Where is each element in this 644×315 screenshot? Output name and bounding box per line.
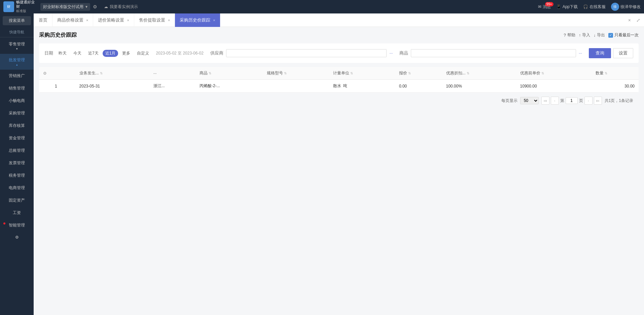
tab-close-icon[interactable]: × xyxy=(127,18,129,22)
date-opt-today[interactable]: 今天 xyxy=(71,50,84,57)
sidebar-item-label: 库存核算 xyxy=(9,123,25,129)
last-page-btn[interactable]: ⏭ xyxy=(594,97,602,105)
sidebar-item-settings[interactable]: ⚙ xyxy=(0,232,34,243)
logo-icon: 财 xyxy=(3,1,14,12)
sidebar-item-purchase[interactable]: 采购管理 xyxy=(0,107,34,119)
page-number-input[interactable] xyxy=(566,97,578,104)
version-label: 好业财标准版交付试用 xyxy=(43,4,83,10)
sidebar-item-label: 总账管理 xyxy=(9,148,25,153)
sidebar-item-invoice[interactable]: 发票管理 xyxy=(0,157,34,169)
goods-input[interactable] xyxy=(411,49,576,57)
sidebar-item-label: 发票管理 xyxy=(9,160,25,166)
user-profile-btn[interactable]: 徐 徐泽华修改 xyxy=(611,3,641,11)
date-opt-last1month[interactable]: 近1月 xyxy=(103,50,118,57)
app-download-btn[interactable]: 📱 App下载 xyxy=(556,4,578,10)
goods-more-btn[interactable]: ··· xyxy=(579,51,582,56)
supplier-input[interactable] xyxy=(226,49,387,57)
online-service-btn[interactable]: 🎧 在线客服 xyxy=(583,4,606,10)
sort-icon: ⇅ xyxy=(100,71,103,75)
tab-close-icon[interactable]: × xyxy=(213,18,215,22)
tab-price[interactable]: 商品价格设置 × xyxy=(52,13,93,27)
sort-icon: ⇅ xyxy=(541,71,544,75)
th-unit-price: 优惠前单价 ⇅ xyxy=(516,67,592,80)
first-page-btn[interactable]: ⏮ xyxy=(541,97,549,105)
tab-controls: × ⤢ xyxy=(626,16,642,24)
th-biz-date-sort[interactable]: 业务发生... ⇅ xyxy=(79,70,145,76)
tab-purchase-history[interactable]: 采购历史价跟踪 × xyxy=(175,13,220,27)
td-settings xyxy=(39,80,51,93)
sidebar-item-ledger[interactable]: 总账管理 xyxy=(0,144,34,157)
import-btn[interactable]: ↑ 导入 xyxy=(579,32,590,38)
supplier-more-btn[interactable]: ··· xyxy=(389,51,393,56)
th-quote-sort[interactable]: 报价 ⇅ xyxy=(399,70,438,76)
top-middle: 好业财标准版交付试用 ▾ ⚙ ☁ 我要看实例演示 xyxy=(37,3,538,11)
tab-sell-price-label: 售价提取设置 xyxy=(139,17,165,23)
date-opt-custom[interactable]: 自定义 xyxy=(134,50,152,57)
last-only-checkbox[interactable]: ✓ 只看最后一次 xyxy=(608,32,639,38)
table-settings-gear-icon[interactable]: ⚙ xyxy=(43,71,47,76)
export-btn[interactable]: ↓ 导出 xyxy=(594,32,605,38)
th-spec-sort[interactable]: 规格型号 ⇅ xyxy=(267,70,325,76)
filter-setting-btn[interactable]: 设置 xyxy=(613,48,633,58)
th-goods-sort[interactable]: 商品 ⇅ xyxy=(200,70,259,76)
th-unit-sort[interactable]: 计量单位 ⇅ xyxy=(333,70,391,76)
headset-icon: 🎧 xyxy=(583,4,588,9)
prev-page-btn[interactable]: ‹ xyxy=(551,97,559,105)
sidebar-item-tax[interactable]: 税务管理 xyxy=(0,169,34,182)
date-filter-group: 日期 昨天 今天 近7天 近1月 更多 自定义 2023-05-02 至 202… xyxy=(44,50,204,57)
help-label: 帮助 xyxy=(567,32,575,38)
search-menu-btn[interactable]: 搜索菜单 xyxy=(3,16,31,25)
date-opt-yesterday[interactable]: 昨天 xyxy=(56,50,69,57)
sidebar-quick-nav[interactable]: 快捷导航 xyxy=(0,28,34,36)
td-qty: 30.00 xyxy=(592,80,639,93)
th-discount-sort[interactable]: 优惠折扣... ⇅ xyxy=(446,70,512,76)
query-btn[interactable]: 查询 xyxy=(589,48,611,58)
tab-close-icon[interactable]: × xyxy=(168,18,170,22)
version-selector[interactable]: 好业财标准版交付试用 ▾ xyxy=(40,3,90,11)
date-opt-last7[interactable]: 近7天 xyxy=(85,50,101,57)
chevron-down-icon: ▾ xyxy=(85,4,87,9)
sidebar-item-label: 采购管理 xyxy=(9,110,25,116)
date-options: 昨天 今天 近7天 近1月 更多 自定义 xyxy=(56,50,152,57)
page-title: 采购历史价跟踪 xyxy=(39,32,77,39)
messages-btn[interactable]: ✉ 消息 99+ xyxy=(538,4,551,10)
sidebar-item-marketing[interactable]: 营销推广 xyxy=(0,70,34,82)
help-btn[interactable]: ? 帮助 xyxy=(564,32,575,38)
sidebar-item-finance[interactable]: 资金管理 xyxy=(0,132,34,144)
th-qty-sort[interactable]: 数量 ⇅ xyxy=(596,70,635,76)
date-opt-more[interactable]: 更多 xyxy=(119,50,133,57)
tab-purchase-strategy[interactable]: 进价策略设置 × xyxy=(93,13,134,27)
cloud-icon: ☁ xyxy=(104,4,108,9)
sidebar-item-wholesale[interactable]: 批发管理 ▴ xyxy=(0,54,34,70)
th-unit: 计量单位 ⇅ xyxy=(329,67,395,80)
settings-icon[interactable]: ⚙ xyxy=(93,4,97,9)
table-container: ⚙ 业务发生... ⇅ ··· xyxy=(39,67,639,93)
sidebar-item-retail[interactable]: 零售管理 ▾ xyxy=(0,38,34,54)
filter-actions: 查询 设置 xyxy=(589,48,633,58)
logo-sub: 标准版 xyxy=(16,9,37,13)
sort-icon: ⇅ xyxy=(209,71,211,75)
sidebar-item-fixed-assets[interactable]: 固定资产 xyxy=(0,194,34,207)
tab-sell-price[interactable]: 售价提取设置 × xyxy=(134,13,175,27)
filter-panel: 日期 昨天 今天 近7天 近1月 更多 自定义 2023-05-02 至 202… xyxy=(39,43,639,63)
page-size-select[interactable]: 50 10 20 100 xyxy=(520,97,539,104)
tab-home[interactable]: 首页 xyxy=(35,13,52,27)
sidebar-item-inventory[interactable]: 库存核算 xyxy=(0,119,34,132)
sidebar-item-sales[interactable]: 销售管理 xyxy=(0,82,34,95)
th-qty: 数量 ⇅ xyxy=(592,67,639,80)
main-layout: 搜索菜单 快捷导航 零售管理 ▾ 批发管理 ▴ 营销推广 销售管理 小畅电商 采… xyxy=(0,13,644,315)
tab-close-window-btn[interactable]: × xyxy=(626,16,633,24)
gear-icon: ⚙ xyxy=(15,235,19,240)
sidebar-item-payroll[interactable]: 工资 xyxy=(0,207,34,219)
sidebar-item-ecommerce-small[interactable]: 小畅电商 xyxy=(0,95,34,107)
tab-close-icon[interactable]: × xyxy=(86,18,88,22)
th-more-sort[interactable]: ··· xyxy=(153,71,191,76)
sidebar-item-smart[interactable]: 智能管理 xyxy=(0,219,34,232)
tab-expand-btn[interactable]: ⤢ xyxy=(634,16,642,24)
th-goods: 商品 ⇅ xyxy=(195,67,263,80)
sidebar-item-ecommerce[interactable]: 电商管理 xyxy=(0,182,34,194)
demo-link[interactable]: ☁ 我要看实例演示 xyxy=(104,4,138,10)
next-page-btn[interactable]: › xyxy=(584,97,593,105)
td-goods: 丙烯酸-2-... xyxy=(195,80,263,93)
th-unit-price-sort[interactable]: 优惠前单价 ⇅ xyxy=(520,70,588,76)
